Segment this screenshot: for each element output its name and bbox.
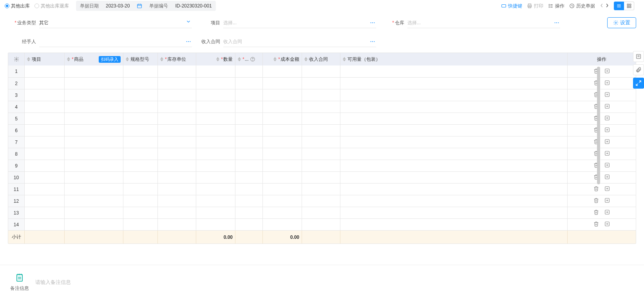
cell-unit[interactable] <box>158 101 196 113</box>
add-row-icon[interactable] <box>604 68 610 75</box>
cell-product[interactable] <box>65 195 123 207</box>
table-row[interactable]: 3 <box>8 89 636 101</box>
cell-spec[interactable] <box>123 78 158 89</box>
warehouse-select[interactable]: 选择... ··· <box>407 17 560 28</box>
cell-income[interactable] <box>302 136 340 148</box>
cell-unit[interactable] <box>158 113 196 124</box>
cell-product[interactable] <box>65 172 123 183</box>
biz-type-select[interactable]: 其它 <box>39 17 192 28</box>
cell-available[interactable] <box>340 148 568 160</box>
table-row[interactable]: 14 <box>8 218 636 230</box>
print-link[interactable]: 打印 <box>527 3 543 9</box>
col-project-header[interactable]: 项目 <box>25 53 65 65</box>
table-gear-header[interactable] <box>8 53 25 65</box>
cell-cost[interactable] <box>263 195 302 207</box>
cell-product[interactable] <box>65 89 123 101</box>
cell-qty[interactable] <box>196 78 235 89</box>
cell-project[interactable] <box>25 184 65 195</box>
cell-cost[interactable] <box>263 113 302 124</box>
add-row-icon[interactable] <box>604 139 610 145</box>
doc-date-value[interactable]: 2023-03-20 <box>106 3 130 9</box>
cell-qty[interactable] <box>196 101 235 113</box>
cell-cost[interactable] <box>263 65 302 77</box>
cell-cost[interactable] <box>263 184 302 195</box>
cell-spec[interactable] <box>123 195 158 207</box>
cell-income[interactable] <box>302 219 340 230</box>
cell-project[interactable] <box>25 65 65 77</box>
cell-price[interactable] <box>235 219 263 230</box>
cell-price[interactable] <box>235 101 263 113</box>
cell-price[interactable] <box>235 148 263 160</box>
siderail-attachment[interactable] <box>633 64 644 75</box>
cell-product[interactable] <box>65 65 123 77</box>
cell-income[interactable] <box>302 148 340 160</box>
cell-cost[interactable] <box>263 207 302 218</box>
cell-price[interactable] <box>235 207 263 218</box>
cell-project[interactable] <box>25 160 65 171</box>
cell-qty[interactable] <box>196 207 235 218</box>
radio-other-out-return[interactable]: 其他出库退库 <box>34 3 69 9</box>
table-row[interactable]: 6 <box>8 124 636 136</box>
table-row[interactable]: 10 <box>8 171 636 183</box>
cell-income[interactable] <box>302 207 340 218</box>
table-row[interactable]: 13 <box>8 207 636 218</box>
cell-available[interactable] <box>340 219 568 230</box>
cell-qty[interactable] <box>196 65 235 77</box>
cell-cost[interactable] <box>263 148 302 160</box>
col-unit-header[interactable]: * 库存单位 <box>158 53 196 65</box>
cell-income[interactable] <box>302 101 340 113</box>
cell-price[interactable] <box>235 113 263 124</box>
cell-product[interactable] <box>65 160 123 171</box>
cell-spec[interactable] <box>123 160 158 171</box>
col-cost-header[interactable]: * 成本金额 <box>263 53 302 65</box>
cell-price[interactable] <box>235 78 263 89</box>
cell-available[interactable] <box>340 195 568 207</box>
cell-spec[interactable] <box>123 219 158 230</box>
view-list-button[interactable] <box>614 2 624 10</box>
cell-project[interactable] <box>25 195 65 207</box>
cell-unit[interactable] <box>158 89 196 101</box>
cell-spec[interactable] <box>123 207 158 218</box>
cell-product[interactable] <box>65 184 123 195</box>
cell-available[interactable] <box>340 207 568 218</box>
col-product-header[interactable]: * 商品 扫码录入 <box>65 53 123 65</box>
cell-product[interactable] <box>65 136 123 148</box>
cell-qty[interactable] <box>196 160 235 171</box>
cell-product[interactable] <box>65 101 123 113</box>
note-input[interactable] <box>31 275 636 290</box>
cell-unit[interactable] <box>158 125 196 136</box>
add-row-icon[interactable] <box>604 104 610 110</box>
cell-spec[interactable] <box>123 184 158 195</box>
cell-available[interactable] <box>340 125 568 136</box>
add-row-icon[interactable] <box>604 151 610 157</box>
siderail-item-1[interactable] <box>633 51 644 62</box>
cell-spec[interactable] <box>123 136 158 148</box>
income-contract-more-icon[interactable]: ··· <box>370 36 375 47</box>
table-row[interactable]: 1 <box>8 65 636 77</box>
cell-spec[interactable] <box>123 89 158 101</box>
history-prev-icon[interactable] <box>600 3 604 9</box>
add-row-icon[interactable] <box>604 221 610 228</box>
col-available-header[interactable]: 可用量（包装） <box>340 53 568 65</box>
cell-cost[interactable] <box>263 136 302 148</box>
cell-spec[interactable] <box>123 101 158 113</box>
table-row[interactable]: 9 <box>8 160 636 171</box>
table-scrollbar[interactable] <box>597 67 600 235</box>
settings-button[interactable]: 设置 <box>607 17 636 28</box>
cell-available[interactable] <box>340 113 568 124</box>
add-row-icon[interactable] <box>604 186 610 193</box>
col-price-header[interactable]: * ... <box>235 53 263 65</box>
operate-link[interactable]: 操作 <box>548 3 564 9</box>
cell-income[interactable] <box>302 65 340 77</box>
cell-price[interactable] <box>235 125 263 136</box>
cell-unit[interactable] <box>158 172 196 183</box>
add-row-icon[interactable] <box>604 115 610 122</box>
cell-unit[interactable] <box>158 78 196 89</box>
cell-spec[interactable] <box>123 125 158 136</box>
cell-product[interactable] <box>65 113 123 124</box>
cell-income[interactable] <box>302 160 340 171</box>
cell-project[interactable] <box>25 148 65 160</box>
cell-project[interactable] <box>25 125 65 136</box>
cell-qty[interactable] <box>196 136 235 148</box>
cell-price[interactable] <box>235 195 263 207</box>
